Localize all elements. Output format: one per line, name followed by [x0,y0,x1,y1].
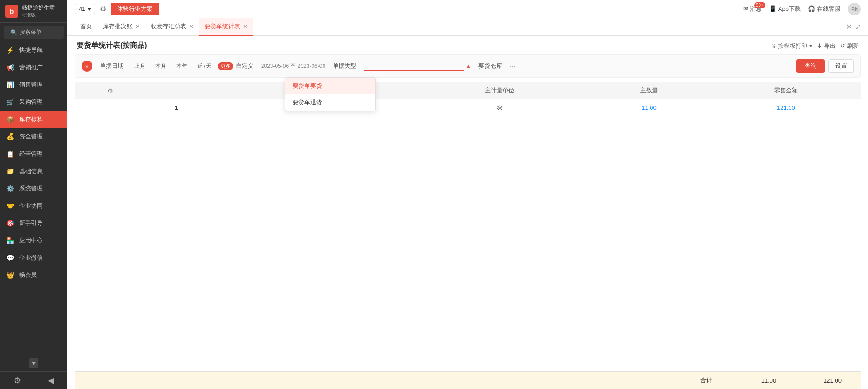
print-label: 按模板打印 [778,42,807,50]
refresh-icon: ↺ [840,42,845,49]
sidebar-item-inventory[interactable]: 📦库存核算 [0,111,67,128]
tab-inventory-batch[interactable]: 库存批次账 ✕ [98,18,145,36]
print-action[interactable]: 🖨 按模板打印 ▾ [770,42,812,50]
sidebar-item-collab[interactable]: 🤝企业协同 [0,197,67,215]
footer-amount: 121.00 [810,377,855,384]
table-footer: 合计 11.00 121.00 [75,371,861,389]
header-left: 41 ▾ ⚙ 体验行业方案 [75,3,159,15]
tab-label-receive-summary: 收发存汇总表 [151,22,186,31]
table-header-row: ⚙ 商品 主计量单位 主数量 零售金额 [75,82,861,99]
online-service-action[interactable]: 🎧 在线客服 [808,5,841,13]
app-version: 标准版 [22,12,55,18]
expand-tabs-icon[interactable]: ⤢ [855,22,861,31]
search-menu[interactable]: 🔍 搜索菜单 [4,26,64,39]
app-name: 畅捷通好生意 [22,5,55,12]
sidebar-item-wechat[interactable]: 💬企业微信 [0,249,67,266]
settings-button[interactable]: 设置 [828,59,854,73]
date-range-display: 2023-05-06 至 2023-06-06 [261,62,325,70]
basic-label: 基础信息 [19,167,43,175]
date-btn-7days[interactable]: 近7天 [194,61,215,71]
query-button[interactable]: 查询 [796,59,825,73]
inventory-label: 库存核算 [19,115,43,123]
date-shortcuts: 上月 本月 本年 近7天 更多 自定义 [131,61,254,71]
header-right: ✉ 消息 99+ 📱 App下载 🎧 在线客服 Rit [743,3,861,15]
avatar[interactable]: Rit [848,3,861,15]
message-action[interactable]: ✉ 消息 99+ [743,5,762,13]
refresh-action[interactable]: ↺ 刷新 [840,42,859,50]
sidebar-item-basic[interactable]: 📁基础信息 [0,163,67,180]
system-icon: ⚙️ [6,185,15,192]
row-settings [75,99,146,116]
marketing-label: 营销推广 [19,63,43,72]
date-btn-last-month[interactable]: 上月 [131,61,149,71]
sidebar-bottom: ⚙ ◀ [0,371,67,389]
tab-home[interactable]: 首页 [75,18,98,36]
purchase-label: 采购管理 [19,98,43,106]
type-dropdown-arrow[interactable]: ▲ [466,63,471,69]
row-unit: 块 [412,99,587,116]
sidebar-item-marketing[interactable]: 📢营销推广 [0,59,67,76]
filter-toggle-btn[interactable]: » [82,61,92,72]
basic-icon: 📁 [6,168,15,175]
dropdown-item-order[interactable]: 要货单要货 [285,78,375,94]
table-body: 1 块 11.00 121.00 [75,99,861,116]
row-quantity: 11.00 [587,99,711,116]
app-download-action[interactable]: 📱 App下载 [769,5,801,13]
operations-icon: 📋 [6,150,15,158]
type-filter-label: 单据类型 [333,62,356,70]
sidebar-item-appstore[interactable]: 🏪应用中心 [0,232,67,249]
settings-bottom-icon[interactable]: ⚙ [14,375,21,385]
header-settings-icon[interactable]: ⚙ [100,5,106,13]
filter-actions: 查询 设置 [796,59,854,73]
sidebar-item-finance[interactable]: 💰资金管理 [0,128,67,145]
sidebar-item-system[interactable]: ⚙️系统管理 [0,180,67,197]
type-filter-input[interactable] [364,61,464,71]
date-btn-this-year[interactable]: 本年 [173,61,191,71]
app-download-icon: 📱 [769,5,776,12]
col-settings[interactable]: ⚙ [75,82,146,99]
close-tab-inventory-batch[interactable]: ✕ [135,24,140,29]
close-tab-receive-summary[interactable]: ✕ [189,24,194,29]
export-icon: ⬇ [817,42,822,49]
row-index: 1 [146,99,207,116]
collapse-sidebar-icon[interactable]: ◀ [48,375,54,385]
sidebar-item-vip[interactable]: 👑畅会员 [0,266,67,284]
sidebar: b 畅捷通好生意 标准版 🔍 搜索菜单 ⚡快捷导航📢营销推广📊销售管理🛒采购管理… [0,0,67,389]
dropdown-item-return[interactable]: 要货单退货 [285,94,375,111]
wechat-label: 企业微信 [19,254,43,262]
close-all-tabs-icon[interactable]: ✕ [846,22,852,31]
store-selector[interactable]: 41 ▾ [75,4,95,14]
filter-area: » 单据日期 上月 本月 本年 近7天 更多 自定义 2023-05-06 至 … [75,54,861,78]
marketing-icon: 📢 [6,64,15,71]
collab-label: 企业协同 [19,202,43,210]
date-btn-this-month[interactable]: 本月 [152,61,170,71]
page-actions: 🖨 按模板打印 ▾ ⬇ 导出 ↺ 刷新 [770,42,859,50]
sidebar-item-shortcut[interactable]: ⚡快捷导航 [0,41,67,59]
warehouse-filter-more[interactable]: ··· [509,62,515,70]
col-amount: 零售金额 [711,82,861,99]
tab-receive-summary[interactable]: 收发存汇总表 ✕ [145,18,199,36]
table-header: ⚙ 商品 主计量单位 主数量 零售金额 [75,82,861,99]
sidebar-scroll-down[interactable]: ▼ [29,358,38,368]
tab-order-summary[interactable]: 要货单统计表 ✕ [199,18,253,36]
appstore-icon: 🏪 [6,237,15,244]
table-row: 1 块 11.00 121.00 [75,99,861,116]
col-index [146,82,207,99]
sidebar-item-purchase[interactable]: 🛒采购管理 [0,93,67,111]
page-content: 要货单统计表(按商品) 🖨 按模板打印 ▾ ⬇ 导出 ↺ 刷新 [67,36,868,389]
sidebar-item-guide[interactable]: 🎯新手引导 [0,215,67,232]
row-amount: 121.00 [711,99,861,116]
avatar-text: Rit [851,6,857,12]
trial-button[interactable]: 体验行业方案 [111,3,159,15]
sidebar-item-operations[interactable]: 📋经营管理 [0,145,67,163]
sidebar-item-sales[interactable]: 📊销售管理 [0,76,67,93]
close-tab-order-summary[interactable]: ✕ [243,24,247,29]
date-custom-btn[interactable]: 自定义 [236,62,254,70]
wechat-icon: 💬 [6,254,15,261]
col-quantity: 主数量 [587,82,711,99]
finance-icon: 💰 [6,133,15,140]
inventory-icon: 📦 [6,116,15,123]
date-more-badge[interactable]: 更多 [218,62,233,70]
refresh-label: 刷新 [847,42,859,50]
export-action[interactable]: ⬇ 导出 [817,42,836,50]
